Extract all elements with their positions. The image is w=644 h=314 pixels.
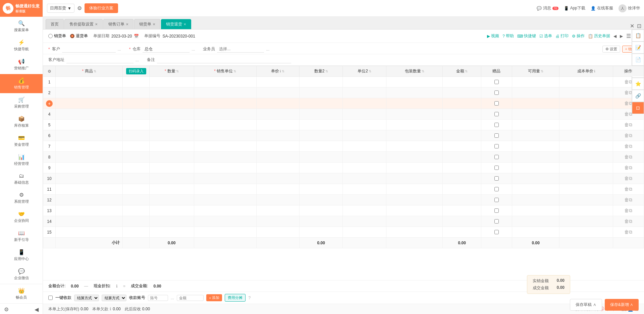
sidebar-item-marketing[interactable]: 📢 营销推广 <box>0 55 43 74</box>
amount-cell[interactable] <box>443 141 481 152</box>
product-cell[interactable] <box>56 152 123 163</box>
pkg-qty-cell[interactable] <box>386 130 442 141</box>
qty2-cell[interactable] <box>299 141 343 152</box>
delete-row-btn[interactable]: 🗑 <box>624 111 629 117</box>
qty-cell[interactable] <box>150 163 194 173</box>
sort-icon[interactable]: ⇅ <box>465 69 468 73</box>
sidebar-item-inventory[interactable]: 📦 库存核算 <box>0 112 43 131</box>
pkg-qty-cell[interactable] <box>386 77 442 87</box>
qty-cell[interactable] <box>150 195 194 205</box>
gift-checkbox[interactable] <box>494 198 499 202</box>
address-dots[interactable]: ... <box>136 58 139 62</box>
unit-cell[interactable] <box>194 98 256 109</box>
actions-cell[interactable]: 🗑⧉ <box>613 227 644 238</box>
price-cell[interactable] <box>256 205 299 216</box>
qty-cell[interactable] <box>150 87 194 98</box>
actions-cell[interactable]: 🗑⧉ <box>613 184 644 195</box>
actions-cell[interactable]: 🗑⧉ <box>613 120 644 130</box>
qty-cell[interactable] <box>150 184 194 195</box>
delete-row-btn[interactable]: 🗑 <box>624 165 629 170</box>
pkg-qty-cell[interactable] <box>386 120 442 130</box>
sidebar-item-basic[interactable]: 🗂 基础信息 <box>0 170 43 188</box>
warehouse-input[interactable] <box>143 46 190 53</box>
scan-btn[interactable]: 扫码录入 <box>126 68 146 74</box>
qty2-cell[interactable] <box>299 130 343 141</box>
pkg-qty-cell[interactable] <box>386 195 442 205</box>
unit2-cell[interactable] <box>343 87 386 98</box>
gift-cell[interactable] <box>481 195 512 205</box>
qty2-cell[interactable] <box>299 98 343 109</box>
doc-number-value[interactable]: SA-20230320-001 <box>162 34 195 39</box>
qty2-cell[interactable] <box>299 87 343 98</box>
experience-btn[interactable]: 体验行业方案 <box>85 3 118 13</box>
pkg-qty-cell[interactable] <box>386 227 442 238</box>
pkg-qty-cell[interactable] <box>386 109 442 120</box>
unit2-cell[interactable] <box>343 141 386 152</box>
right-icon-2[interactable]: 📝 <box>632 42 644 54</box>
copy-row-btn[interactable]: ⧉ <box>629 186 632 192</box>
qty-cell[interactable] <box>150 120 194 130</box>
salesperson-dots[interactable]: ... <box>266 47 269 52</box>
gift-checkbox[interactable] <box>494 230 499 234</box>
tab-close-icon[interactable]: ✕ <box>95 22 98 26</box>
pkg-qty-cell[interactable] <box>386 152 442 163</box>
sort-icon[interactable]: ⇅ <box>369 69 371 73</box>
pkg-qty-cell[interactable] <box>386 163 442 173</box>
industry-select[interactable]: 日用百货 ▼ <box>47 4 74 13</box>
warehouse-dots[interactable]: ... <box>192 47 195 52</box>
qty-cell[interactable] <box>150 130 194 141</box>
gift-checkbox[interactable] <box>494 112 499 116</box>
gift-cell[interactable] <box>481 120 512 130</box>
sidebar-item-search[interactable]: 🔍 搜索菜单 <box>0 17 43 36</box>
unit-cell[interactable] <box>194 173 256 184</box>
price-cell[interactable] <box>256 141 299 152</box>
notes-input[interactable] <box>157 56 291 63</box>
price-cell[interactable] <box>256 195 299 205</box>
copy-row-btn[interactable]: ⧉ <box>629 165 632 171</box>
qty-cell[interactable] <box>150 152 194 163</box>
price-cell[interactable] <box>256 130 299 141</box>
calendar-icon[interactable]: 📅 <box>134 34 139 39</box>
gift-checkbox[interactable] <box>494 90 499 95</box>
video-action[interactable]: ▶ 视频 <box>487 33 499 39</box>
qty-cell[interactable] <box>150 216 194 227</box>
qty-cell[interactable] <box>150 227 194 238</box>
amount-cell[interactable] <box>443 77 481 87</box>
sidebar-item-wechat[interactable]: 💬 企业微信 <box>0 265 43 284</box>
tab-sales-order[interactable]: 销售订单 ✕ <box>103 19 133 29</box>
operate-action[interactable]: ⚙ 操作 <box>572 33 585 39</box>
price-cell[interactable] <box>256 152 299 163</box>
copy-row-btn[interactable]: ⧉ <box>629 176 632 181</box>
qty2-cell[interactable] <box>299 109 343 120</box>
product-cell[interactable] <box>56 141 123 152</box>
unit-cell[interactable] <box>194 152 256 163</box>
amount-cell[interactable] <box>443 195 481 205</box>
amount-cell[interactable] <box>443 152 481 163</box>
tab-sales-return[interactable]: 销货退货 ✕ <box>161 19 191 29</box>
actions-cell[interactable]: 🗑⧉ <box>613 141 644 152</box>
view-list-icon[interactable]: ☰ <box>626 33 631 39</box>
delete-row-btn[interactable]: 🗑 <box>624 154 629 160</box>
price-cell[interactable] <box>256 216 299 227</box>
delete-row-btn[interactable]: 🗑 <box>624 186 629 192</box>
unit-cell[interactable] <box>194 87 256 98</box>
sidebar-item-appstore[interactable]: 📱 应用中心 <box>0 246 43 265</box>
gift-checkbox[interactable] <box>494 155 499 159</box>
tab-home[interactable]: 首页 <box>46 19 64 29</box>
delete-row-btn[interactable]: 🗑 <box>624 218 629 224</box>
unit-cell[interactable] <box>194 163 256 173</box>
online-service-btn[interactable]: 👤 在线客服 <box>591 5 613 11</box>
copy-row-btn[interactable]: ⧉ <box>629 122 632 128</box>
amount-cell[interactable] <box>443 163 481 173</box>
product-cell[interactable] <box>56 195 123 205</box>
sidebar-settings-icon[interactable]: ⚙ <box>4 306 9 313</box>
gift-cell[interactable] <box>481 152 512 163</box>
gift-cell[interactable] <box>481 163 512 173</box>
qty2-cell[interactable] <box>299 195 343 205</box>
qty-cell[interactable] <box>150 98 194 109</box>
sort-icon[interactable]: ⇅ <box>541 69 543 73</box>
pkg-qty-cell[interactable] <box>386 87 442 98</box>
delete-row-btn[interactable]: 🗑 <box>624 176 629 181</box>
settings-btn[interactable]: ⚙ 设置 <box>602 46 620 53</box>
gift-cell[interactable] <box>481 98 512 109</box>
